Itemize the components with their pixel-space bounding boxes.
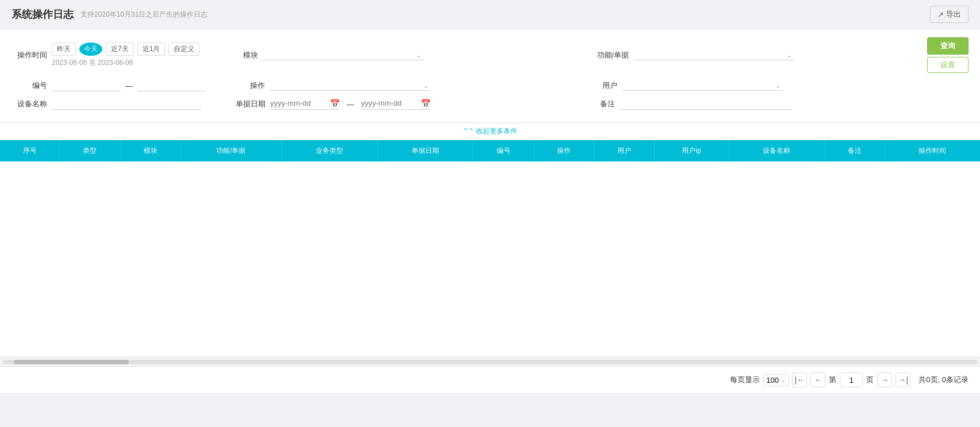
export-label: 导出: [946, 9, 961, 20]
export-button[interactable]: ↗ 导出: [930, 6, 969, 23]
user-section: 用户 ⌄: [582, 80, 911, 91]
per-page-select-wrap: 20 50 100 200 ⌄: [763, 374, 789, 386]
table-col-编号: 编号: [473, 140, 533, 161]
module-label: 模块: [222, 50, 263, 60]
page-subtitle: 支持2020年10月31日之后产生的操作日志: [80, 10, 207, 20]
export-icon: ↗: [937, 10, 944, 19]
number-range: —: [52, 80, 206, 91]
function-label: 功能/单据: [582, 50, 633, 60]
device-label: 设备名称: [11, 99, 52, 109]
page-input[interactable]: 1: [840, 372, 863, 387]
per-page-select[interactable]: 20 50 100 200: [766, 376, 788, 384]
date-start-input[interactable]: [270, 99, 328, 107]
table-col-备注: 备注: [824, 140, 885, 161]
module-select[interactable]: [263, 50, 424, 59]
table-col-操作时间: 操作时间: [885, 140, 980, 161]
number-start-input[interactable]: [52, 80, 121, 91]
table-col-单据日期: 单据日期: [377, 140, 473, 161]
table-col-业务类型: 业务类型: [281, 140, 377, 161]
date-end-wrapper: 📅: [361, 99, 431, 110]
calendar-start-icon[interactable]: 📅: [330, 99, 340, 108]
operation-label: 操作: [229, 80, 270, 91]
operation-select[interactable]: [270, 80, 431, 89]
remark-section: 备注: [579, 98, 912, 110]
settings-button[interactable]: 设置: [927, 57, 969, 73]
table-header: 序号类型模块功能/单据业务类型单据日期编号操作用户用户ip设备名称备注操作时间: [0, 140, 980, 161]
empty-area: [0, 161, 980, 357]
function-select-wrapper: ⌄: [633, 50, 794, 60]
table-container: 序号类型模块功能/单据业务类型单据日期编号操作用户用户ip设备名称备注操作时间: [0, 140, 980, 161]
time-btn-today[interactable]: 今天: [79, 43, 102, 56]
operation-select-wrapper: ⌄: [270, 80, 431, 91]
operation-section: 操作 ⌄: [229, 80, 559, 91]
calendar-end-icon[interactable]: 📅: [421, 99, 431, 108]
collapse-button[interactable]: ⌃⌃ 收起更多条件: [463, 126, 517, 136]
table-col-用户ip: 用户ip: [654, 140, 728, 161]
page-last-button[interactable]: →|: [896, 372, 910, 387]
function-select[interactable]: [633, 50, 794, 59]
page-title: 系统操作日志: [11, 7, 74, 21]
table-header-row: 序号类型模块功能/单据业务类型单据日期编号操作用户用户ip设备名称备注操作时间: [0, 140, 980, 161]
filter-row-2: 编号 — 操作 ⌄ 用户 ⌄: [11, 80, 969, 91]
remark-input[interactable]: [620, 98, 792, 110]
pagination: 每页显示 20 50 100 200 ⌄ |← ← 第 1 页 → →| 共0页…: [0, 366, 980, 393]
time-btn-yesterday[interactable]: 昨天: [52, 43, 76, 56]
time-label: 操作时间: [11, 50, 52, 60]
time-btn-7days[interactable]: 近7天: [106, 43, 134, 56]
page-label: 第: [829, 375, 836, 385]
number-label: 编号: [11, 80, 52, 91]
collapse-label: 收起更多条件: [476, 127, 517, 135]
scrollbar-area[interactable]: [0, 357, 980, 366]
module-section: 模块 ⌄: [222, 50, 559, 60]
filter-panel: 操作时间 昨天 今天 近7天 近1月 自定义 2023-06-06 至 2023…: [0, 29, 980, 123]
page-suffix: 页: [866, 375, 874, 385]
page-first-button[interactable]: |←: [792, 372, 807, 387]
table-col-功能/单据: 功能/单据: [180, 140, 281, 161]
voucher-date-label: 单据日期: [224, 99, 270, 109]
device-input[interactable]: [52, 98, 201, 110]
time-range-text: 2023-06-06 至 2023-06-06: [52, 58, 199, 68]
header-left: 系统操作日志 支持2020年10月31日之后产生的操作日志: [11, 7, 207, 21]
table-col-操作: 操作: [533, 140, 594, 161]
per-page-label: 每页显示: [730, 375, 760, 385]
table-col-序号: 序号: [0, 140, 60, 161]
table-col-类型: 类型: [60, 140, 120, 161]
voucher-date-section: 单据日期 📅 — 📅: [224, 99, 556, 110]
collapse-chevron-icon: ⌃⌃: [463, 127, 474, 135]
date-end-input[interactable]: [361, 99, 418, 107]
page-next-button[interactable]: →: [877, 372, 892, 387]
time-buttons: 昨天 今天 近7天 近1月 自定义: [52, 43, 199, 56]
table-col-模块: 模块: [120, 140, 180, 161]
filter-row-1: 操作时间 昨天 今天 近7天 近1月 自定义 2023-06-06 至 2023…: [11, 37, 969, 73]
user-select-wrapper: ⌄: [622, 80, 783, 91]
function-section: 功能/单据 ⌄: [582, 50, 918, 60]
table-col-用户: 用户: [594, 140, 654, 161]
number-dash: —: [125, 82, 133, 90]
table-col-设备名称: 设备名称: [729, 140, 825, 161]
scrollbar-track: [2, 360, 978, 364]
time-filter-group: 昨天 今天 近7天 近1月 自定义 2023-06-06 至 2023-06-0…: [52, 43, 199, 68]
collapse-bar[interactable]: ⌃⌃ 收起更多条件: [0, 123, 980, 140]
total-info: 共0页, 0条记录: [918, 375, 969, 385]
query-button[interactable]: 查询: [927, 37, 969, 55]
data-table: 序号类型模块功能/单据业务类型单据日期编号操作用户用户ip设备名称备注操作时间: [0, 140, 980, 161]
date-start-wrapper: 📅: [270, 99, 340, 110]
user-label: 用户: [582, 80, 622, 91]
filter-row-3: 设备名称 单据日期 📅 — 📅 备注: [11, 98, 969, 110]
module-select-wrapper: ⌄: [263, 50, 424, 60]
scrollbar-thumb[interactable]: [14, 360, 129, 364]
date-range-group: 📅 — 📅: [270, 99, 431, 110]
date-dash: —: [347, 100, 354, 109]
time-btn-custom[interactable]: 自定义: [168, 43, 199, 56]
page-prev-button[interactable]: ←: [810, 372, 825, 387]
number-end-input[interactable]: [137, 80, 206, 91]
action-buttons: 查询 设置: [927, 37, 969, 73]
time-btn-1month[interactable]: 近1月: [137, 43, 166, 56]
page-header: 系统操作日志 支持2020年10月31日之后产生的操作日志 ↗ 导出: [0, 0, 980, 29]
remark-label: 备注: [579, 99, 620, 109]
user-select[interactable]: [622, 80, 783, 89]
